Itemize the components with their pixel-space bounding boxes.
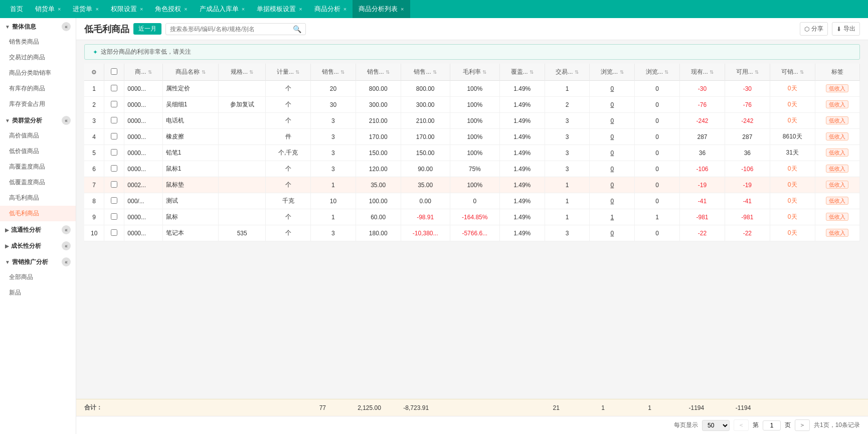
nav-item-进货单[interactable]: 进货单× (67, 0, 104, 18)
th-checkbox[interactable] (104, 64, 124, 81)
view1-link[interactable]: 0 (611, 166, 614, 173)
row-checkbox[interactable] (111, 133, 117, 139)
page-size-select[interactable]: 50 100 200 (702, 420, 730, 431)
cell-checkbox[interactable] (104, 145, 124, 161)
cell-checkbox[interactable] (104, 81, 124, 97)
row-checkbox[interactable] (111, 149, 117, 156)
th-settings[interactable]: ⚙ (84, 64, 104, 81)
nav-close-icon[interactable]: × (343, 6, 346, 12)
time-filter-button[interactable]: 近一月 (133, 23, 161, 35)
nav-close-icon[interactable]: × (242, 6, 245, 12)
sidebar-collapse-button[interactable]: « (62, 241, 71, 250)
nav-item-权限设置[interactable]: 权限设置× (105, 0, 149, 18)
cell-checkbox[interactable] (104, 113, 124, 129)
view1-link[interactable]: 0 (611, 230, 614, 237)
th-gross-margin[interactable]: 毛利率 ⇅ (450, 64, 499, 81)
th-sale-qty[interactable]: 销售... ⇅ (310, 64, 356, 81)
next-page-button[interactable]: ＞ (795, 419, 810, 431)
cell-view1[interactable]: 0 (590, 97, 635, 113)
sidebar-collapse-button[interactable]: « (62, 257, 71, 266)
search-input[interactable] (170, 26, 293, 33)
view1-link[interactable]: 0 (611, 133, 614, 140)
sidebar-collapse-button[interactable]: « (62, 22, 71, 31)
th-sellable-days[interactable]: 可销... ⇅ (770, 64, 815, 81)
view1-link[interactable]: 1 (611, 214, 614, 221)
sidebar-item-高价值商品[interactable]: 高价值商品 (0, 128, 76, 143)
nav-close-icon[interactable]: × (58, 6, 61, 12)
nav-close-icon[interactable]: × (184, 6, 187, 12)
row-checkbox[interactable] (111, 197, 117, 204)
cell-view1[interactable]: 0 (590, 225, 635, 241)
th-transaction[interactable]: 交易... ⇅ (545, 64, 590, 81)
view1-link[interactable]: 0 (611, 150, 614, 157)
th-view2[interactable]: 浏览... ⇅ (635, 64, 680, 81)
view1-link[interactable]: 0 (611, 101, 614, 108)
share-button[interactable]: ⬡ 分享 (800, 22, 828, 36)
cell-view1[interactable]: 0 (590, 161, 635, 177)
nav-item-产成品入库单[interactable]: 产成品入库单× (194, 0, 251, 18)
sidebar-item-低价值商品[interactable]: 低价值商品 (0, 143, 76, 159)
th-available-stock[interactable]: 可用... ⇅ (725, 64, 770, 81)
th-sale-amount[interactable]: 销售... ⇅ (401, 64, 450, 81)
th-current-stock[interactable]: 现有... ⇅ (680, 64, 725, 81)
cell-view1[interactable]: 0 (590, 129, 635, 145)
th-tag[interactable]: 标签 (815, 64, 859, 81)
row-checkbox[interactable] (111, 85, 117, 91)
select-all-checkbox[interactable] (111, 68, 117, 75)
view1-link[interactable]: 0 (611, 117, 614, 124)
sidebar-group-流通性分析[interactable]: ▶流通性分析« (0, 221, 76, 237)
th-name[interactable]: 商品名称 ⇅ (162, 64, 218, 81)
cell-view1[interactable]: 0 (590, 113, 635, 129)
cell-checkbox[interactable] (104, 129, 124, 145)
th-spec[interactable]: 规格... ⇅ (219, 64, 266, 81)
sidebar-item-销售类商品[interactable]: 销售类商品 (0, 34, 76, 50)
sidebar-item-新品[interactable]: 新品 (0, 285, 76, 301)
cell-checkbox[interactable] (104, 193, 124, 209)
row-checkbox[interactable] (111, 213, 117, 220)
nav-item-商品分析列表[interactable]: 商品分析列表× (353, 0, 410, 18)
search-icon[interactable]: 🔍 (293, 25, 301, 33)
cell-checkbox[interactable] (104, 209, 124, 225)
cell-checkbox[interactable] (104, 97, 124, 113)
cell-view1[interactable]: 0 (590, 145, 635, 161)
sidebar-item-低覆盖度商品[interactable]: 低覆盖度商品 (0, 175, 76, 190)
row-checkbox[interactable] (111, 165, 117, 172)
nav-item-首页[interactable]: 首页 (4, 0, 29, 18)
prev-page-button[interactable]: ＜ (734, 419, 749, 431)
sidebar-item-高毛利商品[interactable]: 高毛利商品 (0, 190, 76, 206)
row-checkbox[interactable] (111, 101, 117, 107)
page-number-input[interactable] (763, 420, 781, 430)
sidebar-group-类群堂分析[interactable]: ▼类群堂分析« (0, 112, 76, 128)
sidebar-group-整体信息[interactable]: ▼整体信息« (0, 18, 76, 34)
view1-link[interactable]: 0 (611, 198, 614, 205)
sidebar-collapse-button[interactable]: « (62, 116, 71, 125)
cell-view1[interactable]: 0 (590, 81, 635, 97)
th-sale-price[interactable]: 销售... ⇅ (356, 64, 401, 81)
th-view1[interactable]: 浏览... ⇅ (590, 64, 635, 81)
row-checkbox[interactable] (111, 181, 117, 188)
view1-link[interactable]: 0 (611, 182, 614, 189)
cell-view1[interactable]: 0 (590, 177, 635, 193)
row-checkbox[interactable] (111, 117, 117, 123)
nav-close-icon[interactable]: × (299, 6, 302, 12)
sidebar-collapse-button[interactable]: « (62, 225, 71, 234)
export-button[interactable]: ⬇ 导出 (832, 22, 860, 36)
nav-item-角色授权[interactable]: 角色授权× (149, 0, 193, 18)
sidebar-group-成长性分析[interactable]: ▶成长性分析« (0, 237, 76, 253)
sidebar-item-有库存的商品[interactable]: 有库存的商品 (0, 81, 76, 96)
th-unit[interactable]: 计量... ⇅ (266, 64, 311, 81)
nav-close-icon[interactable]: × (140, 6, 143, 12)
cell-checkbox[interactable] (104, 225, 124, 241)
sidebar-item-低毛利商品[interactable]: 低毛利商品 (0, 206, 76, 221)
sidebar-item-交易过的商品[interactable]: 交易过的商品 (0, 50, 76, 65)
cell-checkbox[interactable] (104, 177, 124, 193)
sidebar-item-商品分类助销率[interactable]: 商品分类助销率 (0, 65, 76, 81)
th-coverage[interactable]: 覆盖... ⇅ (499, 64, 545, 81)
th-code[interactable]: 商... ⇅ (124, 64, 163, 81)
sidebar-item-高覆盖度商品[interactable]: 高覆盖度商品 (0, 159, 76, 175)
view1-link[interactable]: 0 (611, 85, 614, 92)
sidebar-item-全部商品[interactable]: 全部商品 (0, 269, 76, 285)
nav-item-销货单[interactable]: 销货单× (29, 0, 67, 18)
sidebar-item-库存资金占用[interactable]: 库存资金占用 (0, 96, 76, 112)
cell-view1[interactable]: 0 (590, 193, 635, 209)
